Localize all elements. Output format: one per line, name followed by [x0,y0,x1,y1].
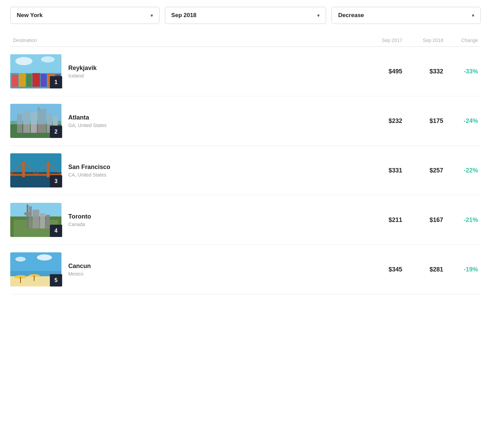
price-sep2018: $167 [402,216,443,224]
svg-rect-48 [34,276,34,281]
price-sep2018: $332 [402,68,443,75]
svg-point-10 [15,57,32,65]
table-row: 1 Reykjavik Iceland $495 $332 -33% [10,47,481,96]
destination-sub: CA, United States [68,172,110,178]
svg-rect-21 [10,104,61,124]
destination-name: Cancun [68,263,91,270]
svg-rect-42 [10,252,61,271]
destination-cell: 5 Cancun Mexico [10,252,361,286]
destination-cell: 1 Reykjavik Iceland [10,54,361,88]
rank-badge: 5 [50,274,62,286]
destination-sub: Iceland [68,73,97,79]
destination-info: Cancun Mexico [68,263,91,277]
price-sep2017: $331 [361,167,402,174]
header-sep2018: Sep 2018 [402,38,443,43]
price-sep2017: $345 [361,266,402,273]
destination-cell: 4 Toronto Canada [10,203,361,237]
price-change: -24% [443,117,481,125]
destination-name: Toronto [68,213,91,220]
destination-name: Atlanta [68,114,107,121]
rank-badge: 1 [50,76,62,88]
date-filter-chevron: ▾ [317,13,320,18]
city-filter-label: New York [17,12,43,19]
svg-rect-5 [32,72,40,87]
table-row: 2 Atlanta GA, United States $232 $175 -2… [10,96,481,146]
table-row: 4 Toronto Canada $211 $167 -21% [10,195,481,245]
destination-cell: 3 San Francisco CA, United States [10,153,361,187]
price-sep2017: $232 [361,117,402,125]
svg-rect-37 [40,213,45,228]
price-change: -19% [443,266,481,273]
svg-point-40 [24,212,31,215]
svg-rect-36 [32,210,39,228]
destination-sub: GA, United States [68,123,107,128]
type-filter-label: Decrease [338,12,364,19]
rank-badge: 2 [50,126,62,138]
type-filter[interactable]: Decrease ▾ [332,7,481,24]
destination-name: Reykjavik [68,65,97,72]
svg-rect-23 [10,153,61,172]
header-change: Change [443,38,481,43]
city-filter[interactable]: New York ▾ [10,7,159,24]
destination-image-wrapper: 4 [10,203,61,237]
svg-rect-27 [47,162,50,177]
type-filter-chevron: ▾ [472,13,474,18]
table-body: 1 Reykjavik Iceland $495 $332 -33% 2 [10,47,481,294]
destination-sub: Canada [68,222,91,227]
rank-badge: 4 [50,225,62,237]
filters-row: New York ▾ Sep 2018 ▾ Decrease ▾ [10,7,481,24]
svg-rect-6 [41,74,47,87]
price-sep2018: $175 [402,117,443,125]
table-row: 5 Cancun Mexico $345 $281 -19% [10,245,481,294]
destination-info: Atlanta GA, United States [68,114,107,128]
destination-info: Toronto Canada [68,213,91,227]
svg-point-50 [15,257,26,262]
header-sep2017: Sep 2017 [361,38,402,43]
price-sep2018: $281 [402,266,443,273]
date-filter[interactable]: Sep 2018 ▾ [165,7,326,24]
svg-point-49 [37,254,52,261]
destination-image-wrapper: 5 [10,252,61,286]
destination-image-wrapper: 2 [10,104,61,138]
table-row: 3 San Francisco CA, United States $331 $… [10,146,481,195]
svg-point-11 [41,56,55,62]
svg-rect-39 [27,205,28,228]
destination-cell: 2 Atlanta GA, United States [10,104,361,138]
header-destination: Destination [10,38,361,43]
destination-info: San Francisco CA, United States [68,164,110,178]
svg-rect-35 [29,206,32,228]
price-change: -22% [443,167,481,174]
price-sep2017: $495 [361,68,402,75]
svg-rect-38 [46,215,50,228]
table-header: Destination Sep 2017 Sep 2018 Change [10,38,481,47]
rank-badge: 3 [50,175,62,187]
destination-image-wrapper: 1 [10,54,61,88]
price-sep2018: $257 [402,167,443,174]
svg-rect-46 [20,277,21,283]
price-change: -21% [443,216,481,224]
date-filter-label: Sep 2018 [171,12,197,19]
price-change: -33% [443,68,481,75]
price-sep2017: $211 [361,216,402,224]
destination-image-wrapper: 3 [10,153,61,187]
svg-rect-2 [12,75,18,87]
svg-rect-4 [26,74,32,87]
city-filter-chevron: ▾ [151,13,153,18]
destination-sub: Mexico [68,271,91,277]
destination-info: Reykjavik Iceland [68,65,97,79]
svg-rect-3 [19,73,26,87]
svg-rect-26 [22,162,25,177]
destination-name: San Francisco [68,164,110,171]
